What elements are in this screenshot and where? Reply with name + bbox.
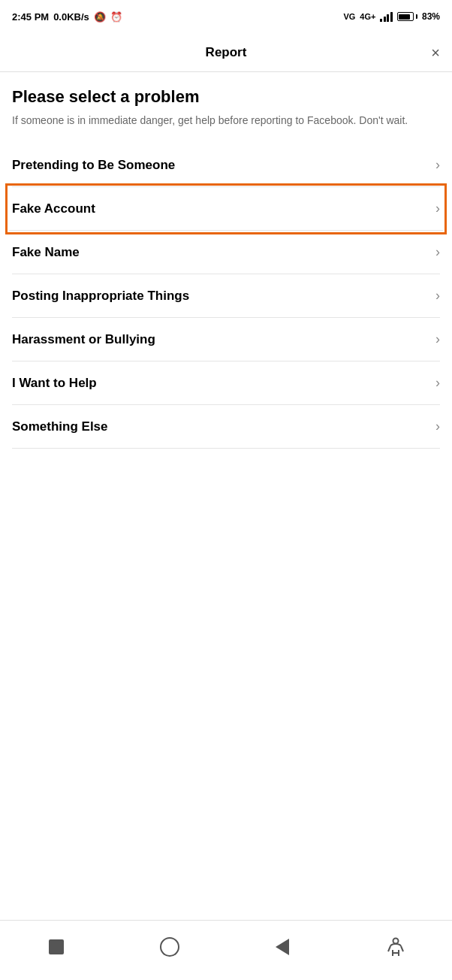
close-button[interactable]: × [431, 45, 440, 60]
menu-item-fake-name[interactable]: Fake Name› [12, 231, 440, 274]
menu-item-posting-inappropriate[interactable]: Posting Inappropriate Things› [12, 274, 440, 318]
status-carrier: VG [343, 12, 355, 21]
chevron-icon-harassment: › [435, 331, 440, 347]
chevron-icon-fake-account: › [435, 201, 440, 216]
chevron-icon-i-want-to-help: › [435, 375, 440, 391]
menu-item-label-harassment: Harassment or Bullying [12, 332, 155, 347]
menu-item-harassment[interactable]: Harassment or Bullying› [12, 318, 440, 361]
svg-line-1 [388, 946, 390, 951]
chevron-icon-pretending: › [435, 157, 440, 173]
menu-item-pretending[interactable]: Pretending to Be Someone› [12, 144, 440, 187]
chevron-icon-fake-name: › [435, 244, 440, 260]
page-title: Please select a problem [12, 87, 440, 107]
nav-square-icon[interactable] [41, 932, 71, 962]
menu-item-label-fake-account: Fake Account [12, 201, 95, 216]
menu-item-label-pretending: Pretending to Be Someone [12, 158, 175, 173]
status-mute-icon: 🔕 [94, 11, 106, 23]
chevron-icon-posting-inappropriate: › [435, 288, 440, 304]
menu-item-label-fake-name: Fake Name [12, 245, 80, 260]
status-right: VG 4G+ 83% [343, 11, 440, 22]
menu-item-i-want-to-help[interactable]: I Want to Help› [12, 361, 440, 405]
menu-list: Pretending to Be Someone›Fake Account›Fa… [12, 144, 440, 449]
status-time: 2:45 PM [12, 11, 49, 23]
menu-item-label-i-want-to-help: I Want to Help [12, 376, 97, 391]
content-area: Please select a problem If someone is in… [0, 72, 452, 449]
nav-bar [0, 920, 452, 980]
report-header: Report × [0, 33, 452, 72]
nav-accessibility-icon[interactable] [381, 932, 411, 962]
menu-item-label-posting-inappropriate: Posting Inappropriate Things [12, 289, 189, 304]
chevron-icon-something-else: › [435, 419, 440, 434]
status-bar: 2:45 PM 0.0KB/s 🔕 ⏰ VG 4G+ 83% [0, 0, 452, 33]
battery-percent: 83% [422, 11, 440, 22]
nav-home-icon[interactable] [155, 932, 185, 962]
menu-item-something-else[interactable]: Something Else› [12, 405, 440, 449]
battery-icon [397, 12, 417, 21]
status-alarm-icon: ⏰ [110, 11, 122, 23]
svg-line-2 [401, 946, 403, 951]
nav-back-icon[interactable] [267, 932, 297, 962]
menu-item-label-something-else: Something Else [12, 419, 108, 434]
status-left: 2:45 PM 0.0KB/s 🔕 ⏰ [12, 11, 122, 23]
status-network: 0.0KB/s [53, 11, 89, 23]
page-subtitle: If someone is in immediate danger, get h… [12, 113, 440, 129]
signal-bars [380, 11, 393, 22]
menu-item-fake-account[interactable]: Fake Account› [9, 187, 443, 231]
status-network-type: 4G+ [360, 12, 375, 21]
svg-point-0 [393, 938, 398, 943]
header-title: Report [206, 45, 247, 60]
